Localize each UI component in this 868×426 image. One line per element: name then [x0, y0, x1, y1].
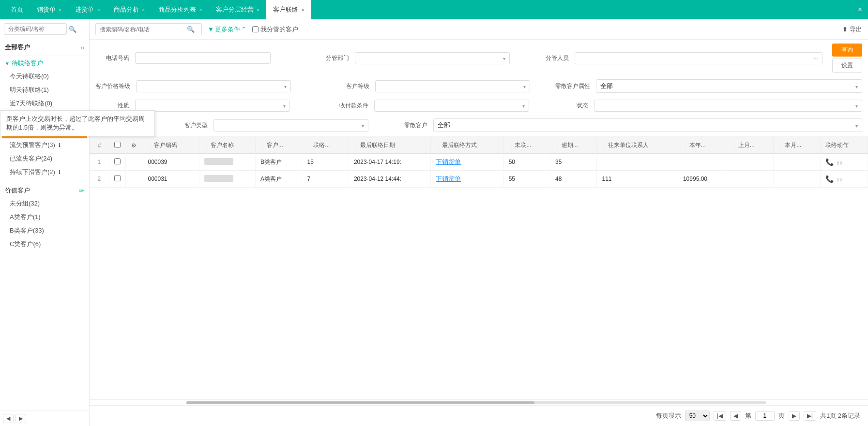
th-year[interactable]: 本年...	[678, 137, 727, 154]
row1-check[interactable]	[109, 154, 125, 171]
row2-last-method[interactable]: 下销货单	[431, 171, 503, 188]
sidebar-group-follow-up[interactable]: ▼ 待联络客户	[0, 56, 89, 70]
sidebar-item-lost[interactable]: 已流失客户(24)	[0, 152, 89, 165]
row1-last-method-link[interactable]: 下销货单	[436, 158, 461, 165]
nav-customer-mgmt[interactable]: 客户分层经营 ×	[209, 0, 266, 19]
th-last-method[interactable]: 最后联络方式	[431, 137, 503, 154]
customer-table: # ⚙ 客户编码 客户名称 客户... 联络... 最后联络日期 最后联络方式 …	[90, 137, 868, 188]
sidebar-item-lost-risk[interactable]: 流失预警客户(3) ℹ	[0, 138, 89, 152]
row1-type: B类客户	[256, 154, 302, 171]
status-select[interactable]	[594, 100, 862, 112]
retail-customer-select[interactable]: 全部	[433, 118, 862, 132]
top-nav: 首页 销货单 × 进货单 × 商品分析 × 商品分析列表 × 客户分层经营 × …	[0, 0, 868, 19]
th-name[interactable]: 客户名称	[199, 137, 255, 154]
phone-input[interactable]	[135, 52, 271, 64]
nav-customer-contact[interactable]: 客户联络 ×	[266, 0, 311, 19]
th-gear[interactable]: ⚙	[125, 137, 143, 154]
sidebar-item-week-label: 近7天待联络(0)	[10, 100, 52, 107]
table-area: # ⚙ 客户编码 客户名称 客户... 联络... 最后联络日期 最后联络方式 …	[90, 137, 868, 399]
per-page-label: 每页显示	[656, 411, 681, 420]
more-conditions-btn[interactable]: ▼ 更多条件 ⌃	[208, 25, 246, 34]
row2-checkbox[interactable]	[114, 175, 121, 181]
row2-last-method-link[interactable]: 下销货单	[436, 175, 461, 182]
row1-contact: 15	[302, 154, 349, 171]
table-row: 2 000031 A类客户 7 2023-04-12 14:44: 下销货单 5…	[90, 171, 868, 188]
nav-sales-close[interactable]: ×	[59, 7, 61, 13]
sidebar-search-input[interactable]	[4, 23, 67, 35]
th-uncontacted[interactable]: 未联...	[503, 137, 550, 154]
window-close-button[interactable]: ×	[858, 5, 862, 14]
th-last-date[interactable]: 最后联络日期	[349, 137, 430, 154]
row2-check[interactable]	[109, 171, 125, 188]
sidebar-collapse-icon[interactable]: »	[81, 44, 84, 51]
sidebar-item-declining[interactable]: 持续下滑客户(2) ℹ	[0, 165, 89, 179]
price-level-select[interactable]	[136, 80, 291, 92]
sidebar-item-class-c[interactable]: C类客户(6)	[0, 237, 89, 251]
page-first-btn[interactable]: |◀	[714, 411, 726, 421]
sidebar-item-unsorted[interactable]: 未分组(32)	[0, 197, 89, 210]
search-input[interactable]	[100, 26, 187, 33]
nav-analysis-close[interactable]: ×	[142, 7, 145, 13]
sidebar-item-class-b[interactable]: B类客户(33)	[0, 224, 89, 237]
filter-icon: ▼	[208, 26, 214, 33]
edit-icon[interactable]: ✏	[79, 187, 84, 194]
content-area: 🔍 ▼ 更多条件 ⌃ 我分管的客户 ⬆ 导出 电话号码 分管部门	[90, 19, 868, 426]
page-prev-btn[interactable]: ◀	[730, 411, 741, 421]
sidebar-left-arrow[interactable]: ◀	[3, 414, 14, 423]
nav-sales[interactable]: 销货单 ×	[30, 0, 68, 19]
th-contacts[interactable]: 往来单位联系人	[597, 137, 678, 154]
th-code[interactable]: 客户编码	[143, 137, 199, 154]
th-overdue[interactable]: 逾期...	[550, 137, 597, 154]
row1-phone-icon[interactable]: 📞	[825, 158, 834, 166]
sidebar-item-week[interactable]: 近7天待联络(0)	[0, 97, 89, 110]
sidebar-item-today[interactable]: 今天待联络(0)	[0, 70, 89, 83]
th-this-month[interactable]: 本月...	[774, 137, 820, 154]
row1-checkbox[interactable]	[114, 158, 121, 164]
setting-button[interactable]: 设置	[832, 59, 862, 73]
nav-analysis-list-close[interactable]: ×	[199, 7, 202, 13]
row2-more-icon[interactable]: ⚏	[837, 175, 843, 183]
check-all[interactable]	[114, 142, 121, 148]
export-button[interactable]: ⬆ 导出	[842, 25, 862, 34]
status-chevron	[855, 102, 858, 109]
row2-name	[199, 171, 255, 188]
nav-analysis-list[interactable]: 商品分析列表 ×	[152, 0, 209, 19]
status-label: 状态	[554, 102, 588, 110]
row1-more-icon[interactable]: ⚏	[837, 158, 843, 166]
sidebar-item-class-a[interactable]: A类客户(1)	[0, 210, 89, 224]
payment-select[interactable]	[374, 100, 529, 112]
customer-type-select[interactable]	[213, 119, 368, 132]
row1-last-method[interactable]: 下销货单	[431, 154, 503, 171]
dept-select[interactable]	[355, 52, 510, 64]
page-next-btn[interactable]: ▶	[789, 411, 800, 421]
nav-customer-contact-close[interactable]: ×	[301, 7, 304, 13]
horizontal-scrollbar[interactable]	[90, 399, 868, 405]
nav-purchase-close[interactable]: ×	[97, 7, 100, 13]
my-customers-checkbox[interactable]	[252, 26, 259, 32]
th-contact[interactable]: 联络...	[302, 137, 349, 154]
page-input[interactable]	[755, 411, 775, 421]
nav-customer-mgmt-close[interactable]: ×	[257, 7, 259, 13]
person-input-wrap[interactable]: ···	[575, 52, 822, 64]
row2-action: 📞 ⚏	[820, 171, 868, 188]
sidebar-item-lost-label: 已流失客户(24)	[10, 155, 52, 162]
nav-analysis[interactable]: 商品分析 ×	[107, 0, 152, 19]
nav-home[interactable]: 首页	[4, 0, 30, 19]
row2-phone-icon[interactable]: 📞	[825, 175, 834, 183]
page-last-btn[interactable]: ▶|	[804, 411, 816, 421]
row2-year: 10995.00	[678, 171, 727, 188]
per-page-select[interactable]: 50 100	[685, 411, 710, 421]
th-action: 联络动作	[820, 137, 868, 154]
gender-select[interactable]	[135, 100, 290, 112]
sidebar-item-tomorrow[interactable]: 明天待联络(1)	[0, 83, 89, 97]
th-last-month[interactable]: 上月...	[727, 137, 773, 154]
row2-contact: 7	[302, 171, 349, 188]
th-type[interactable]: 客户...	[256, 137, 302, 154]
sidebar-right-arrow[interactable]: ▶	[15, 414, 26, 423]
query-button[interactable]: 查询	[832, 44, 862, 57]
nav-purchase[interactable]: 进货单 ×	[68, 0, 107, 19]
nav-home-label: 首页	[11, 5, 23, 14]
customer-level-select[interactable]	[375, 80, 530, 92]
sidebar-search-icon[interactable]: 🔍	[69, 26, 76, 33]
retail-attr-select[interactable]: 全部	[596, 79, 862, 93]
